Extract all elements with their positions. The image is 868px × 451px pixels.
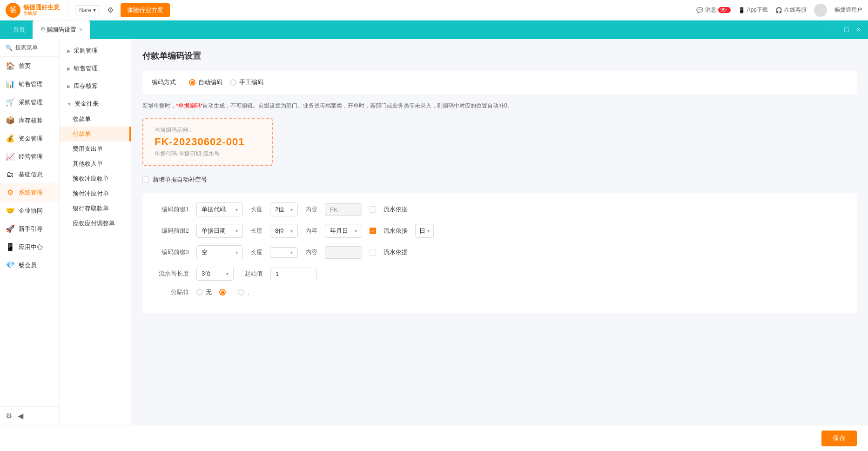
nav-tabs-bar: 首页 单据编码设置 × － □ × (0, 20, 868, 39)
sep-none-label: 无 (206, 288, 212, 296)
prefix-1-select[interactable]: 单据代码 ▾ (196, 202, 243, 216)
prefix-3-label: 编码前缀3 (152, 248, 189, 256)
sidebar-item-home[interactable]: 🏠 首页 (0, 57, 59, 75)
auto-fill-checkbox[interactable] (142, 176, 149, 183)
separator-row: 分隔符 无 - . (152, 288, 848, 296)
prefix-1-label: 编码前缀1 (152, 205, 189, 214)
length-1-select[interactable]: 2位 ▾ (270, 202, 298, 216)
sub-item-other-income[interactable]: 其他收入单 (60, 156, 131, 171)
header-right: 💬 消息 99+ 📱 App下载 🎧 在线客服 畅捷通用户 (696, 4, 862, 17)
sidebar-item-member[interactable]: 💎 畅会员 (0, 256, 59, 274)
sidebar-item-system[interactable]: ⚙ 系统管理 (0, 183, 59, 202)
arrow-icon: ▼ (67, 101, 72, 107)
serial-start-input[interactable] (270, 268, 317, 280)
sidebar-item-purchase[interactable]: 🛒 采购管理 (0, 93, 59, 111)
length-1-value: 2位 (275, 205, 284, 214)
day-select[interactable]: 日 ▾ (415, 224, 434, 238)
sub-group-purchase-header[interactable]: ▶ 采购管理 (60, 43, 131, 59)
sidebar-item-apps[interactable]: 📱 应用中心 (0, 238, 59, 256)
follow-2-checkbox[interactable]: ✓ (370, 228, 376, 234)
auto-radio-label: 自动编码 (198, 78, 222, 87)
sub-group-capital: ▼ 资金往来 收款单 付款单 费用支出单 其他收入单 预收冲应收单 预付冲应付单… (60, 96, 131, 231)
avatar (814, 4, 827, 17)
serial-length-value: 3位 (202, 269, 211, 278)
prefix-3-select[interactable]: 空 ▾ (196, 245, 243, 259)
auto-radio[interactable]: 自动编码 (189, 78, 222, 87)
serial-row: 流水号长度 3位 ▾ 起始值 (152, 267, 848, 281)
sub-item-receipt[interactable]: 收款单 (60, 112, 131, 127)
content-area: 付款单编码设置 编码方式 自动编码 手工编码 新增单据时，*单据编 (131, 39, 868, 425)
sidebar-item-sales[interactable]: 📊 销售管理 (0, 75, 59, 93)
sub-group-purchase-label: 采购管理 (74, 47, 98, 55)
sidebar-search[interactable]: 🔍 搜索菜单 (0, 39, 59, 57)
message-label: 消息 (705, 6, 716, 14)
sidebar-item-enterprise[interactable]: 🤝 企业协同 (0, 202, 59, 220)
user-name: 畅捷通用户 (834, 6, 862, 14)
service-icon: 🎧 (775, 7, 782, 13)
sidebar-item-guide[interactable]: 🚀 新手引导 (0, 220, 59, 238)
trial-button[interactable]: 体验行业方案 (121, 3, 170, 17)
breadcrumb-arrow: ▾ (93, 7, 96, 13)
sidebar: 🔍 搜索菜单 🏠 首页 📊 销售管理 🛒 采购管理 📦 库存核算 💰 资金管理 … (0, 39, 60, 425)
follow-3-checkbox[interactable] (370, 249, 376, 256)
preview-desc: 单据代码-单据日期-流水号 (155, 150, 261, 158)
sidebar-item-finance[interactable]: 💰 资金管理 (0, 129, 59, 148)
sub-item-prepay-receive[interactable]: 预收冲应收单 (60, 171, 131, 186)
preview-code: FK-20230602-001 (155, 136, 261, 148)
prefix-2-value: 单据日期 (202, 227, 226, 235)
tab-maximize-button[interactable]: □ (842, 24, 851, 36)
sidebar-settings-button[interactable]: ⚙ (6, 411, 12, 420)
sub-group-capital-header[interactable]: ▼ 资金往来 (60, 96, 131, 112)
sidebar-item-operations[interactable]: 📈 经营管理 (0, 148, 59, 166)
operations-icon: 📈 (6, 152, 15, 161)
tab-close-button[interactable]: × (855, 24, 862, 36)
length-2-select[interactable]: 8位 ▾ (270, 224, 298, 238)
sub-group-inventory-header[interactable]: ▶ 库存核算 (60, 78, 131, 94)
manual-radio[interactable]: 手工编码 (230, 78, 263, 87)
settings-button[interactable]: ⚙ (104, 4, 117, 17)
sidebar-collapse-button[interactable]: ◀ (18, 411, 23, 420)
logo: 畅 畅捷通好生意 旗舰版 (6, 3, 60, 18)
sep-dot-radio[interactable]: . (238, 289, 249, 296)
message-icon: 💬 (696, 7, 703, 13)
basic-icon: 🗂 (6, 170, 15, 179)
content-3-input[interactable] (325, 246, 362, 259)
sep-dash-label: - (229, 289, 230, 296)
follow-1-checkbox[interactable] (370, 206, 376, 213)
tab-encoding[interactable]: 单据编码设置 × (33, 20, 90, 39)
serial-length-select[interactable]: 3位 ▾ (196, 267, 234, 281)
save-button[interactable]: 保存 (821, 431, 857, 446)
sub-group-capital-label: 资金往来 (74, 100, 99, 108)
dropdown-arrow-icon: ▾ (290, 229, 293, 234)
tab-home[interactable]: 首页 (6, 20, 33, 39)
service-button[interactable]: 🎧 在线客服 (775, 6, 807, 14)
dropdown-arrow-icon: ▾ (355, 229, 357, 234)
download-button[interactable]: 📱 App下载 (738, 6, 768, 14)
sep-dash-radio[interactable]: - (219, 289, 230, 296)
message-button[interactable]: 💬 消息 99+ (696, 6, 731, 14)
tab-minimize-button[interactable]: － (828, 23, 839, 37)
main-layout: 🔍 搜索菜单 🏠 首页 📊 销售管理 🛒 采购管理 📦 库存核算 💰 资金管理 … (0, 39, 868, 425)
breadcrumb-select[interactable]: Nare ▾ (75, 5, 100, 15)
tab-encoding-close[interactable]: × (79, 27, 82, 33)
sidebar-item-inventory[interactable]: 📦 库存核算 (0, 111, 59, 129)
sidebar-item-basic[interactable]: 🗂 基础信息 (0, 166, 59, 183)
preview-label: 当前编码示例： (155, 126, 261, 134)
sub-item-expense[interactable]: 费用支出单 (60, 141, 131, 156)
logo-sub: 旗舰版 (23, 11, 60, 16)
content-2-select[interactable]: 年月日 ▾ (325, 224, 362, 238)
dropdown-arrow-icon: ▾ (236, 250, 238, 255)
sep-dot-label: . (247, 289, 249, 296)
sub-item-prepay-pay[interactable]: 预付冲应付单 (60, 186, 131, 201)
sep-none-radio[interactable]: 无 (196, 288, 212, 296)
content-1-input[interactable] (325, 203, 362, 216)
sub-item-payment[interactable]: 付款单 (60, 127, 131, 141)
sub-item-adjust[interactable]: 应收应付调整单 (60, 216, 131, 231)
length-3-select[interactable]: ▾ (270, 247, 298, 258)
sub-group-sales-header[interactable]: ▶ 销售管理 (60, 61, 131, 76)
sub-item-bank[interactable]: 银行存取款单 (60, 201, 131, 216)
message-badge: 99+ (718, 7, 731, 13)
prefix-3-value: 空 (202, 248, 208, 256)
preview-box: 当前编码示例： FK-20230602-001 单据代码-单据日期-流水号 (142, 118, 273, 166)
prefix-2-select[interactable]: 单据日期 ▾ (196, 224, 243, 238)
